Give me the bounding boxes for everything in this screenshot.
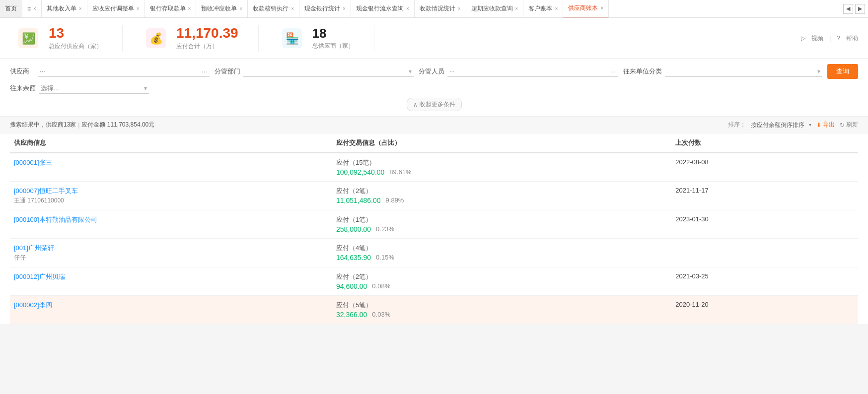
person-dots-icon[interactable]: ···: [610, 67, 616, 75]
tx-percent-4: 0.08%: [372, 282, 390, 290]
nav-arrows: ◀ ▶: [840, 4, 868, 14]
svg-text:💰: 💰: [149, 32, 163, 45]
tx-label-0: 应付（15笔）: [336, 159, 375, 166]
supplier-link-4[interactable]: [000012]广州贝瑞: [14, 273, 65, 280]
balance-select[interactable]: 选择...: [39, 83, 149, 94]
top-navigation: 首页≡×其他收入单×应收应付调整单×银行存取款单×预收冲应收单×收款核销执行×现…: [0, 0, 868, 18]
total-suppliers-icon: 🏪: [279, 25, 305, 52]
summary-card-1: 💹 13 总应付供应商（家）: [10, 25, 123, 52]
nav-tab-close-5[interactable]: ×: [239, 6, 242, 11]
tx-info-cell-2: 应付（1笔）258,000.000.23%: [332, 210, 671, 239]
table-row: [000100]本特勒油品有限公司应付（1笔）258,000.000.23%20…: [10, 210, 858, 239]
nav-tab-8[interactable]: 现金银行流水查询×: [351, 0, 415, 18]
last-pay-cell-4: 2021-03-25: [671, 267, 858, 296]
supplier-table: 供应商信息 应付交易信息（占比） 上次付数 [000001]张三应付（15笔）1…: [10, 133, 858, 324]
result-text-2: 应付金额 111,703,854.00元: [81, 121, 154, 129]
nav-tab-close-12[interactable]: ×: [600, 5, 603, 11]
refresh-button[interactable]: ↻ 刷新: [840, 121, 858, 129]
category-select[interactable]: [665, 66, 823, 77]
nav-tab-3[interactable]: 应收应付调整单×: [87, 0, 145, 18]
supplier-filter-label: 供应商: [10, 67, 35, 76]
supplier-link-1[interactable]: [000007]恒旺二手叉车: [14, 187, 78, 195]
help-icon: ?: [837, 35, 840, 42]
nav-tab-close-1[interactable]: ×: [33, 6, 36, 11]
nav-tab-label-10: 超期应收款查询: [471, 4, 513, 13]
nav-tab-11[interactable]: 客户账本×: [523, 0, 563, 18]
person-input[interactable]: [447, 66, 618, 77]
tx-percent-0: 89.61%: [389, 168, 411, 176]
refresh-icon: ↻: [840, 122, 845, 129]
nav-tab-close-11[interactable]: ×: [555, 6, 558, 11]
nav-tab-9[interactable]: 收款情况统计×: [415, 0, 466, 18]
col-tx-info: 应付交易信息（占比）: [332, 133, 671, 153]
nav-tab-2[interactable]: 其他收入单×: [42, 0, 87, 18]
collapse-button[interactable]: ∧ 收起更多条件: [407, 98, 462, 111]
nav-tab-close-7[interactable]: ×: [343, 6, 346, 11]
result-bar: 搜索结果中，供应商13家 | 应付金额 111,703,854.00元 排序： …: [0, 117, 868, 133]
table-row: [001]广州荣轩仔仔应付（4笔）164,635.900.15%: [10, 239, 858, 267]
nav-tab-6[interactable]: 收款核销执行×: [248, 0, 299, 18]
category-filter-label: 往来单位分类: [623, 67, 662, 76]
collapse-up-icon: ∧: [413, 101, 418, 108]
filter-row-2: 往来余额 选择... ▾: [10, 83, 858, 94]
supplier-dots-icon[interactable]: ···: [202, 67, 208, 75]
refresh-label: 刷新: [846, 121, 858, 129]
nav-tab-label-6: 收款核销执行: [253, 4, 289, 13]
last-pay-cell-2: 2023-01-30: [671, 210, 858, 239]
tx-info-cell-3: 应付（4笔）164,635.900.15%: [332, 239, 671, 267]
tx-amount-1[interactable]: 11,051,486.00: [336, 197, 381, 204]
nav-next-button[interactable]: ▶: [855, 4, 865, 14]
supplier-info-cell-0: [000001]张三: [10, 153, 332, 182]
help-link[interactable]: 帮助: [846, 34, 858, 43]
tx-label-1: 应付（2笔）: [336, 187, 372, 195]
supplier-link-5[interactable]: [000002]李四: [14, 301, 52, 309]
nav-tab-label-0: 首页: [5, 4, 17, 13]
sort-select[interactable]: 按应付余额倒序排序: [751, 122, 811, 129]
tx-percent-3: 0.15%: [376, 254, 394, 261]
tx-amount-3[interactable]: 164,635.90: [336, 254, 371, 262]
table-row: [000007]恒旺二手叉车王通 17106110000应付（2笔）11,051…: [10, 182, 858, 210]
last-pay-cell-3: [671, 239, 858, 267]
nav-tab-close-2[interactable]: ×: [79, 6, 82, 11]
tx-amount-4[interactable]: 94,600.00: [336, 282, 367, 290]
tx-label-2: 应付（1笔）: [336, 216, 372, 223]
table-row: [000001]张三应付（15笔）100,092,540.0089.61%202…: [10, 153, 858, 182]
summary-helper-links: ▷ 视频 | ? 帮助: [801, 34, 858, 43]
supplier-link-2[interactable]: [000100]本特勒油品有限公司: [14, 216, 97, 223]
summary-card-2: 💰 11,170.39 应付合计（万）: [123, 25, 259, 52]
supplier-info-cell-2: [000100]本特勒油品有限公司: [10, 210, 332, 239]
nav-prev-button[interactable]: ◀: [843, 4, 853, 14]
export-button[interactable]: ⬇ 导出: [816, 121, 835, 129]
nav-tab-close-6[interactable]: ×: [291, 6, 294, 11]
supplier-link-0[interactable]: [000001]张三: [14, 159, 52, 166]
video-link[interactable]: 视频: [811, 34, 823, 43]
dept-select-wrap: ▾: [243, 66, 414, 77]
tx-amount-2[interactable]: 258,000.00: [336, 225, 371, 233]
nav-tab-5[interactable]: 预收冲应收单×: [196, 0, 248, 18]
supplier-input[interactable]: [38, 66, 210, 77]
nav-tab-10[interactable]: 超期应收款查询×: [466, 0, 524, 18]
nav-tab-7[interactable]: 现金银行统计×: [299, 0, 351, 18]
nav-tab-1[interactable]: ≡×: [22, 0, 42, 18]
nav-tab-close-10[interactable]: ×: [515, 6, 518, 11]
nav-tab-12[interactable]: 供应商账本×: [563, 0, 609, 18]
supplier-link-3[interactable]: [001]广州荣轩: [14, 244, 54, 252]
tx-amount-0[interactable]: 100,092,540.00: [336, 168, 384, 176]
export-label: 导出: [823, 121, 835, 129]
collapse-label: 收起更多条件: [420, 100, 455, 109]
tx-amount-5[interactable]: 32,366.00: [336, 311, 367, 319]
supplier-info-cell-5: [000002]李四: [10, 296, 332, 324]
dept-select[interactable]: [243, 66, 414, 77]
result-text-1: 搜索结果中，供应商13家: [10, 121, 76, 129]
total-suppliers-label: 总供应商（家）: [312, 42, 354, 50]
nav-tab-close-4[interactable]: ×: [188, 6, 191, 11]
nav-tab-close-3[interactable]: ×: [137, 6, 140, 11]
tx-info-cell-1: 应付（2笔）11,051,486.009.89%: [332, 182, 671, 210]
nav-tab-4[interactable]: 银行存取款单×: [145, 0, 197, 18]
nav-tab-0[interactable]: 首页: [0, 0, 22, 18]
nav-tab-close-8[interactable]: ×: [406, 6, 409, 11]
supplier-pay-icon: 💹: [15, 25, 42, 52]
nav-tab-close-9[interactable]: ×: [458, 6, 461, 11]
query-button[interactable]: 查询: [827, 64, 858, 79]
person-input-wrap: ···: [447, 66, 618, 77]
